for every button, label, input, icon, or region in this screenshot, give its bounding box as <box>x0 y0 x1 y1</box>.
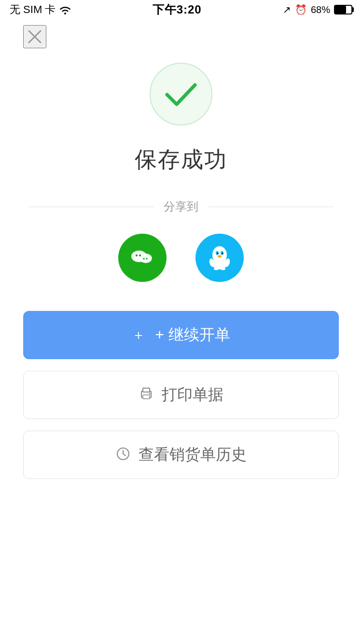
success-title: 保存成功 <box>135 145 227 175</box>
print-button[interactable]: 打印单据 <box>23 371 339 419</box>
battery-pct: 68% <box>311 4 330 15</box>
close-icon <box>27 29 42 44</box>
share-section <box>118 234 244 282</box>
status-carrier: 无 SIM 卡 <box>10 2 71 17</box>
carrier-text: 无 SIM 卡 <box>10 2 56 17</box>
status-time: 下午3:20 <box>153 2 202 17</box>
battery-bar-icon <box>334 5 352 14</box>
share-label: 分享到 <box>154 199 208 214</box>
wifi-icon <box>59 5 71 14</box>
close-button[interactable] <box>23 25 46 48</box>
share-divider: 分享到 <box>0 199 362 214</box>
location-icon: ↗ <box>283 4 291 15</box>
history-button[interactable]: 查看销货单历史 <box>23 431 339 479</box>
qq-share-button[interactable] <box>195 234 244 282</box>
svg-point-19 <box>222 253 223 254</box>
svg-point-9 <box>136 254 138 256</box>
continue-order-label: + 继续开单 <box>155 324 230 346</box>
history-label: 查看销货单历史 <box>139 444 247 465</box>
actions-section: ＋ + 继续开单 打印单据 查看销货单历史 <box>0 311 362 479</box>
plus-icon: ＋ <box>132 328 145 342</box>
svg-point-22 <box>214 268 219 270</box>
continue-order-button[interactable]: ＋ + 继续开单 <box>23 311 339 359</box>
svg-point-12 <box>143 258 145 260</box>
status-right: ↗ ⏰ 68% <box>283 4 352 15</box>
svg-point-23 <box>221 268 225 270</box>
svg-point-11 <box>140 255 151 263</box>
svg-point-18 <box>217 253 219 254</box>
divider-right <box>208 207 333 207</box>
wechat-share-button[interactable] <box>118 234 167 282</box>
svg-point-13 <box>146 258 148 260</box>
success-circle <box>150 63 212 126</box>
svg-rect-28 <box>143 395 150 399</box>
wechat-icon <box>128 244 156 272</box>
print-icon <box>139 386 154 404</box>
svg-point-20 <box>218 255 222 258</box>
checkmark-icon <box>164 81 198 108</box>
status-bar: 无 SIM 卡 下午3:20 ↗ ⏰ 68% <box>0 0 362 19</box>
svg-rect-27 <box>143 388 150 392</box>
divider-left <box>29 207 154 207</box>
alarm-icon: ⏰ <box>295 4 307 15</box>
svg-point-29 <box>149 392 151 394</box>
main-content: 保存成功 分享到 <box>0 19 362 479</box>
history-icon <box>115 446 131 464</box>
svg-point-10 <box>139 254 141 256</box>
print-label: 打印单据 <box>162 384 223 406</box>
qq-icon <box>206 243 234 272</box>
